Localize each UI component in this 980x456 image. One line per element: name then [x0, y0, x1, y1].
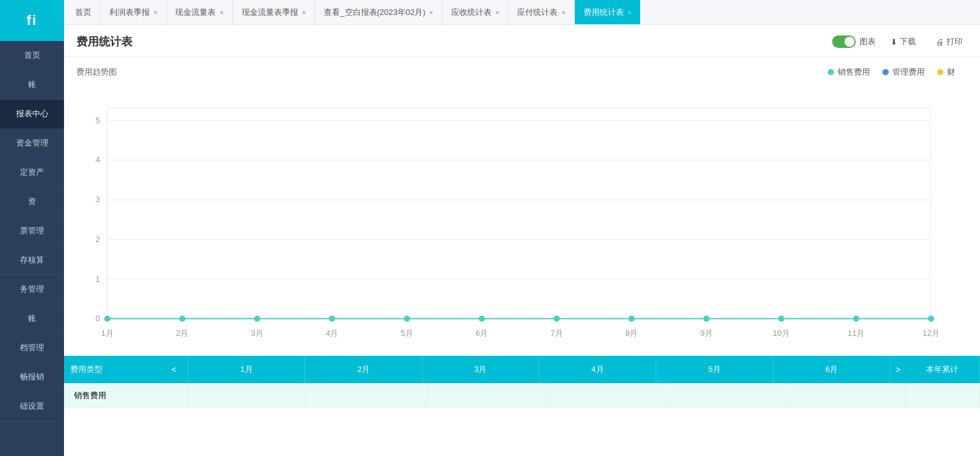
sales-expense-m6 — [786, 383, 905, 407]
svg-text:10月: 10月 — [773, 328, 790, 338]
print-button[interactable]: 🖨 打印 — [931, 34, 968, 50]
tab-cash-flow-label: 现金流量表 — [175, 7, 216, 18]
main-area: 首页 利润表季报 × 现金流量表 × 现金流量表季报 × 查看_空白报表(202… — [64, 0, 980, 456]
tab-cash-flow-quarterly[interactable]: 现金流量表季报 × — [233, 0, 315, 25]
svg-text:2: 2 — [96, 235, 100, 244]
tab-home[interactable]: 首页 — [66, 0, 101, 25]
table-section: 费用类型 < 1月 2月 3月 4月 5月 6月 > 本年累计 销售费用 — [64, 356, 980, 408]
svg-point-30 — [479, 315, 485, 322]
table-nav: < — [167, 362, 181, 377]
sidebar-item-service-management[interactable]: 务管理 — [0, 275, 64, 304]
svg-text:3: 3 — [96, 195, 100, 204]
download-label: 下载 — [900, 36, 916, 47]
col-month-6-header: 6月 — [774, 356, 891, 383]
sidebar-item-fixed-assets[interactable]: 定资产 — [0, 158, 64, 187]
svg-text:2月: 2月 — [176, 328, 188, 338]
svg-text:9月: 9月 — [700, 328, 713, 338]
legend-label-sales: 销售费用 — [838, 67, 870, 78]
sidebar-item-capital[interactable]: 资 — [0, 187, 64, 216]
legend-dot-sales — [828, 69, 834, 75]
col-type-header: 费用类型 < — [64, 356, 188, 383]
col-month-4-header: 4月 — [539, 356, 656, 383]
sidebar-item-smooth-writeoff[interactable]: 畅报销 — [0, 363, 64, 392]
svg-rect-12 — [108, 108, 930, 319]
svg-point-26 — [179, 315, 185, 322]
col-year-total-header: 本年累计 — [905, 356, 980, 383]
sidebar-item-fund-management[interactable]: 资金管理 — [0, 129, 64, 158]
svg-point-31 — [554, 315, 560, 322]
content-area: 费用统计表 图表 ⬇ 下载 🖨 打印 — [64, 25, 980, 456]
tab-receivable-stats-label: 应收统计表 — [451, 7, 492, 18]
chart-toggle[interactable] — [832, 35, 856, 48]
svg-point-28 — [329, 315, 335, 322]
sidebar-item-basic-settings[interactable]: 础设置 — [0, 392, 64, 421]
tab-home-label: 首页 — [75, 7, 91, 18]
tab-profit-quarterly-close[interactable]: × — [153, 9, 157, 16]
sales-expense-m3 — [428, 383, 547, 407]
tab-cash-flow-quarterly-close[interactable]: × — [302, 9, 306, 16]
app-logo: fi — [0, 0, 64, 41]
svg-text:5: 5 — [96, 116, 100, 125]
sidebar-item-inventory-settlement[interactable]: 存核算 — [0, 246, 64, 275]
sidebar: fi 首页 账 报表中心 资金管理 定资产 资 票管理 存核算 务管理 账 档管… — [0, 0, 64, 456]
page-header: 费用统计表 图表 ⬇ 下载 🖨 打印 — [64, 25, 980, 57]
tab-receivable-stats-close[interactable]: × — [495, 9, 499, 16]
tab-payable-stats-close[interactable]: × — [561, 9, 565, 16]
svg-text:4: 4 — [96, 155, 100, 164]
svg-text:1: 1 — [96, 274, 100, 284]
tab-cash-flow[interactable]: 现金流量表 × — [167, 0, 232, 25]
tab-cash-flow-quarterly-label: 现金流量表季报 — [242, 7, 298, 18]
tab-payable-stats[interactable]: 应付统计表 × — [508, 0, 574, 25]
sidebar-item-invoice-management[interactable]: 票管理 — [0, 216, 64, 246]
sidebar-item-archive-management[interactable]: 档管理 — [0, 333, 64, 363]
sales-expense-m4 — [547, 383, 666, 407]
legend-label-management: 管理费用 — [892, 67, 925, 78]
sidebar-item-home[interactable]: 首页 — [0, 41, 64, 70]
sales-expense-m5 — [666, 383, 785, 407]
tab-profit-quarterly[interactable]: 利润表季报 × — [101, 0, 167, 25]
tab-receivable-stats[interactable]: 应收统计表 × — [442, 0, 508, 25]
trend-chart: 5 4 3 2 1 — [76, 83, 968, 344]
svg-point-36 — [928, 315, 934, 322]
print-label: 打印 — [946, 36, 963, 47]
next-month-button[interactable]: > — [891, 362, 905, 377]
svg-point-25 — [104, 315, 111, 322]
legend-item-finance: 财 — [937, 67, 955, 78]
svg-text:8月: 8月 — [625, 328, 638, 338]
svg-text:6月: 6月 — [475, 328, 488, 338]
svg-point-32 — [628, 315, 634, 322]
tab-expense-stats[interactable]: 费用统计表 × — [575, 0, 641, 25]
col-month-5-header: 5月 — [656, 356, 773, 383]
x-axis: 1月 2月 3月 4月 5月 6月 7月 8月 9月 10月 11月 12月 — [101, 328, 940, 338]
svg-point-33 — [703, 315, 710, 322]
tab-check-blank-close[interactable]: × — [429, 9, 433, 16]
sidebar-item-account[interactable]: 账 — [0, 70, 64, 100]
svg-text:4月: 4月 — [326, 328, 338, 338]
tab-expense-stats-close[interactable]: × — [628, 9, 631, 16]
download-button[interactable]: ⬇ 下载 — [886, 34, 921, 50]
prev-month-button[interactable]: < — [167, 362, 181, 377]
sidebar-item-ledger[interactable]: 账 — [0, 304, 64, 333]
legend-item-sales: 销售费用 — [828, 67, 870, 78]
toggle-knob — [845, 37, 854, 47]
tab-cash-flow-close[interactable]: × — [219, 9, 223, 16]
download-icon: ⬇ — [891, 37, 897, 47]
sales-expense-m1 — [188, 383, 308, 407]
table-header-row: 费用类型 < 1月 2月 3月 4月 5月 6月 > 本年累计 — [64, 356, 980, 383]
col-month-3-header: 3月 — [423, 356, 539, 383]
svg-point-27 — [254, 315, 260, 322]
print-icon: 🖨 — [936, 37, 944, 47]
sidebar-item-report-center[interactable]: 报表中心 — [0, 100, 64, 129]
sales-expense-m2 — [308, 383, 427, 407]
y-axis: 5 4 3 2 1 — [96, 116, 931, 323]
tab-check-blank[interactable]: 查看_空白报表(2023年02月) × — [315, 0, 442, 25]
chart-area: 费用趋势图 销售费用 管理费用 财 — [76, 67, 968, 346]
svg-text:7月: 7月 — [551, 328, 563, 338]
svg-text:11月: 11月 — [848, 328, 864, 338]
col-month-2-header: 2月 — [305, 356, 422, 383]
svg-text:3月: 3月 — [251, 328, 263, 338]
col-month-1-header: 1月 — [188, 356, 305, 383]
chart-toggle-wrap[interactable]: 图表 — [832, 35, 876, 48]
chart-legend: 销售费用 管理费用 财 — [828, 67, 955, 78]
chart-toggle-label: 图表 — [859, 36, 876, 47]
